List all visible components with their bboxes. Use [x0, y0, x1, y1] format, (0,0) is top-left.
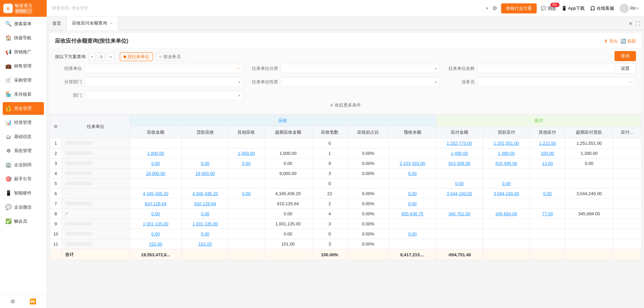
filter-sub-dept-input[interactable]: ▾	[85, 91, 243, 100]
logo-badge: 标准版	[15, 8, 32, 14]
filter-settlement-unit: 结算单位 ···	[55, 64, 243, 73]
row-ar-overdue	[264, 138, 312, 148]
refresh-button[interactable]: 🔄 刷新	[621, 38, 636, 44]
row-ar-other	[229, 179, 264, 189]
row-ar-loan: 1,001,135.00	[182, 219, 229, 229]
row-ar-ratio: 0.00%	[347, 159, 389, 169]
th-ar-count: 应收笔数	[312, 127, 347, 138]
username: Rit	[630, 6, 636, 11]
row-ap-amount: 345,761.00	[436, 209, 483, 219]
tab-close-window-icon[interactable]: ✕	[629, 21, 633, 26]
row-ar-overdue: 9,000.00	[264, 169, 312, 179]
radio-inactive-icon	[159, 55, 162, 58]
table-settings-icon[interactable]: ⚙	[54, 124, 58, 129]
collapse-icon[interactable]: ⏩	[30, 298, 36, 305]
row-ar-overdue	[264, 179, 312, 189]
sidebar-item-guide[interactable]: 🎯 新手引导	[0, 172, 47, 186]
th-settings[interactable]: ⚙	[50, 115, 62, 138]
row-ap-loan: 0.00	[483, 179, 530, 189]
sidebar-item-corp[interactable]: 🏢 企业协同	[0, 158, 47, 172]
message-button[interactable]: 💬 消息 99+	[541, 5, 556, 11]
filter-settlement-input[interactable]: ···	[85, 64, 243, 73]
row-ap-other	[530, 229, 565, 239]
sidebar-item-wechat[interactable]: 💬 企业微信	[0, 200, 47, 214]
sidebar-item-inventory[interactable]: 🏪 库存核算	[0, 87, 47, 101]
set-button[interactable]: 设置	[614, 63, 636, 74]
sidebar-item-member[interactable]: ✅ 畅会员	[0, 214, 47, 228]
tab-close-icon[interactable]: ×	[110, 21, 112, 25]
row-ap-more	[613, 179, 641, 189]
row-ap-overdue	[565, 229, 613, 239]
table-row: 8 P 0.00 0.00 0.00 4 0.00% 655,636.75 34…	[50, 209, 641, 219]
table-row: 5 0 0.00 0.00	[50, 179, 641, 189]
row-ar-count: 2	[312, 199, 347, 209]
row-partner	[62, 169, 129, 179]
guide-icon: 🎯	[5, 176, 11, 182]
row-ar-prepay	[389, 179, 436, 189]
row-ar-other	[229, 219, 264, 229]
sidebar-item-marketing[interactable]: 📢 营销推广	[0, 45, 47, 59]
sidebar-item-quicknav[interactable]: 🏠 快捷导航	[0, 31, 47, 45]
sidebar-item-search[interactable]: 🔍 搜索菜单	[0, 17, 47, 31]
member-icon: ✅	[5, 218, 11, 224]
search-area: 按以下方案查询 + ⊙ « 按往来单位 按业务员	[50, 48, 641, 115]
filter-salesman-input[interactable]: ···	[477, 77, 636, 87]
sidebar-item-finance[interactable]: 💰 资金管理	[3, 102, 44, 115]
filter-partner-category-input[interactable]: ▾	[281, 64, 439, 73]
filter-partner-nature-input[interactable]: ▾	[281, 77, 439, 87]
footer-empty3	[229, 249, 264, 260]
query-button[interactable]: 查询	[614, 51, 636, 61]
table-row: 11 152.00 152.00 101.00 3 0.00%	[50, 239, 641, 249]
tab-bar: 首页 应收应付余额查询 × ✕ ⛶	[47, 17, 644, 30]
row-ap-other: 0.00	[530, 189, 565, 199]
footer-empty5	[347, 249, 389, 260]
service-button[interactable]: 🎧 在线客服	[590, 5, 614, 11]
tab-home[interactable]: 首页	[47, 17, 67, 30]
user-area[interactable]: Rit ▾	[620, 4, 639, 13]
footer-empty7	[530, 249, 565, 260]
edit-scheme-button[interactable]: ⊙	[98, 53, 105, 60]
th-ar-overdue: 超期应收金额	[264, 127, 312, 138]
app-download-button[interactable]: 📱 App下载	[561, 5, 585, 11]
row-ap-overdue: 0.00	[565, 159, 613, 169]
row-ap-overdue	[565, 239, 613, 249]
tab-ar-query[interactable]: 应收应付余额查询 ×	[67, 17, 118, 30]
scheme-by-salesman[interactable]: 按业务员	[156, 52, 184, 61]
row-num: 6	[50, 189, 62, 199]
sidebar-item-basic[interactable]: 🗂 基础信息	[0, 130, 47, 144]
footer-empty6	[483, 249, 530, 260]
breadcrumb-dropdown-icon[interactable]: ▾	[486, 6, 488, 11]
hardware-icon: 📱	[5, 190, 11, 196]
row-ap-other: 77.00	[530, 209, 565, 219]
sidebar-item-hardware[interactable]: 📱 智能硬件	[0, 186, 47, 200]
filter-dept-input[interactable]: ▾	[85, 77, 243, 87]
row-ar-prepay	[389, 239, 436, 249]
sidebar-item-purchase[interactable]: 🛒 采购管理	[0, 73, 47, 87]
row-ap-more	[613, 138, 641, 148]
row-ap-amount	[436, 199, 483, 209]
row-ap-loan: 3,044,240.00	[483, 189, 530, 199]
filter-label: 分管部门	[55, 79, 82, 85]
add-scheme-button[interactable]: +	[88, 53, 96, 60]
topbar-gear-icon[interactable]: ⚙	[492, 5, 497, 11]
refresh-icon: 🔄	[621, 39, 626, 44]
sidebar-bottom: ⚙ ⏩	[0, 295, 47, 308]
sidebar-item-label: 库存核算	[14, 91, 32, 97]
filter-partner-name-input[interactable]	[477, 64, 636, 73]
export-button[interactable]: ⬆ 导出	[604, 38, 618, 44]
settings-gear-icon[interactable]: ⚙	[10, 298, 15, 305]
tab-maximize-icon[interactable]: ⛶	[635, 21, 640, 26]
sidebar-item-manage[interactable]: 📊 经营管理	[0, 116, 47, 130]
collapse-bar[interactable]: ∧ 收起更多条件	[55, 100, 636, 110]
service-label: 在线客服	[597, 5, 614, 11]
scheme-by-partner[interactable]: 按往来单位	[120, 52, 153, 61]
row-ap-amount	[436, 229, 483, 239]
sidebar-item-system[interactable]: ⚙ 系统管理	[0, 144, 47, 158]
sidebar-item-sales[interactable]: 💼 销售管理	[0, 59, 47, 73]
row-ar-count: 0	[312, 179, 347, 189]
row-ar-loan	[182, 179, 229, 189]
prev-scheme-button[interactable]: «	[107, 53, 114, 60]
solution-button[interactable]: 体验行业方案	[501, 3, 537, 13]
row-num: 2	[50, 148, 62, 159]
row-partner	[62, 148, 129, 159]
